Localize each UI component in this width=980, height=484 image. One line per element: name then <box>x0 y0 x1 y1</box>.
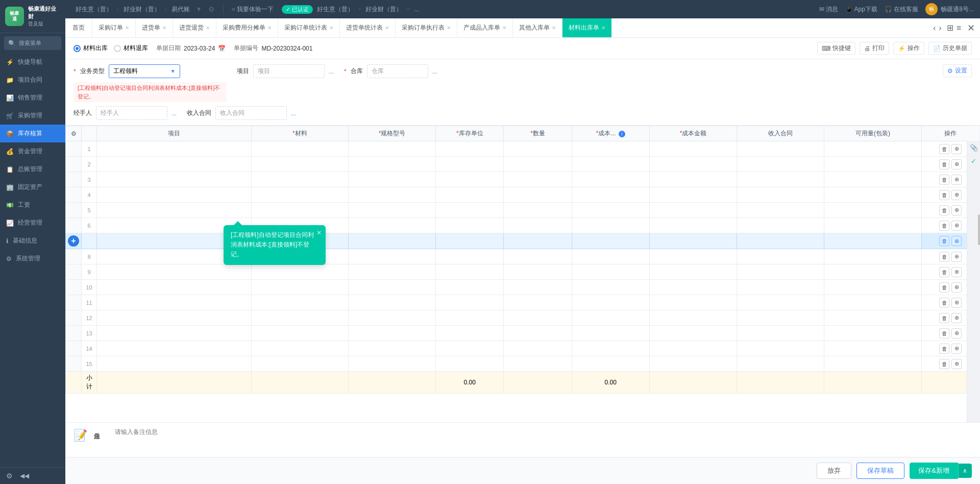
row-qty-1[interactable] <box>504 141 572 157</box>
warehouse-input[interactable]: 仓库 <box>367 64 428 78</box>
right-panel-check-icon[interactable]: ✓ <box>968 155 979 166</box>
sysbar-good2[interactable]: 好生意（普） <box>313 5 358 14</box>
discard-btn[interactable]: 放弃 <box>817 463 851 479</box>
settings-bottom-icon[interactable]: ⚙ <box>6 472 13 480</box>
sidebar-item-salary[interactable]: 💵 工资 <box>0 196 65 214</box>
user-profile[interactable]: 畅 畅疆通8号... <box>925 3 974 15</box>
row-cost-1[interactable] <box>572 141 649 157</box>
cost-info-icon[interactable]: i <box>619 131 625 137</box>
sysbar-more[interactable]: ... <box>410 6 423 13</box>
system-nav-agent[interactable]: 易代账 <box>167 5 194 14</box>
save-new-main-btn[interactable]: 保存&新增 <box>910 463 958 479</box>
nav-more-btn[interactable]: ▼ <box>194 6 204 13</box>
sidebar-search[interactable]: 🔍 搜索菜单 <box>4 36 61 50</box>
row-income-1[interactable] <box>737 141 824 157</box>
tab-goods-in[interactable]: 进货单 ✕ <box>136 18 173 38</box>
settings-btn[interactable]: ⚙ 设置 <box>943 64 972 77</box>
row-unit-1[interactable] <box>436 141 504 157</box>
notes-input[interactable] <box>115 428 972 451</box>
settings-nav-icon[interactable]: ⚙ <box>204 5 219 13</box>
save-draft-btn[interactable]: 保存草稿 <box>856 463 904 479</box>
sidebar-item-system[interactable]: ⚙ 系统管理 <box>0 250 65 268</box>
tab-close-material[interactable]: ✕ <box>601 25 605 31</box>
copy-row-4[interactable]: ⊕ <box>951 190 962 200</box>
service-btn[interactable]: 🎧 在线客服 <box>885 5 918 14</box>
tab-material-out[interactable]: 材料出库单 ✕ <box>562 18 611 38</box>
experience-btn[interactable]: ○ 我要体验一下 <box>228 5 278 14</box>
tab-close-return[interactable]: ✕ <box>206 25 210 31</box>
col-gear-header[interactable]: ⚙ <box>66 126 82 141</box>
calendar-icon[interactable]: 📅 <box>218 45 226 52</box>
tabs-close-all[interactable]: ✕ <box>967 22 975 34</box>
sidebar-item-base[interactable]: ℹ 基础信息 <box>0 232 65 250</box>
row-item-1[interactable] <box>97 141 252 157</box>
delete-row-2[interactable]: 🗑 <box>939 159 949 170</box>
sidebar-item-sales[interactable]: 📊 销售管理 <box>0 89 65 107</box>
warehouse-dots-btn[interactable]: ... <box>432 68 437 75</box>
system-nav-financial[interactable]: 好业财（普） <box>119 5 164 14</box>
delete-row-1[interactable]: 🗑 <box>939 144 949 154</box>
row-spec-1[interactable] <box>348 141 435 157</box>
sysbar-fin2[interactable]: 好业财（普） <box>361 5 406 14</box>
app-download-btn[interactable]: 📱 App下载 <box>845 5 877 14</box>
tab-home[interactable]: 首页 <box>65 18 92 38</box>
radio-material-out[interactable]: 材料出库 <box>74 44 108 53</box>
print-btn[interactable]: 🖨 打印 <box>860 42 889 55</box>
handler-dots-btn[interactable]: ... <box>172 110 177 117</box>
biz-type-select[interactable]: 工程领料 ▼ <box>109 64 180 78</box>
msg-btn[interactable]: ✉ 消息 <box>819 5 838 14</box>
tooltip-close-btn[interactable]: ✕ <box>316 228 322 238</box>
sidebar-item-purchase[interactable]: 🛒 采购管理 <box>0 107 65 125</box>
copy-row-1[interactable]: ⊕ <box>951 144 962 154</box>
tab-close-expense[interactable]: ✕ <box>267 25 272 31</box>
sidebar-item-finance[interactable]: 💰 资金管理 <box>0 142 65 160</box>
tab-purchase-stats[interactable]: 采购订单统计表 ✕ <box>278 18 340 38</box>
tab-close-finished[interactable]: ✕ <box>502 25 506 31</box>
tab-next-btn[interactable]: › <box>939 23 941 33</box>
delete-active-row[interactable]: 🗑 <box>939 236 949 246</box>
sidebar-item-inventory[interactable]: 📦 库存核算 <box>0 125 65 142</box>
row-material-1[interactable] <box>251 141 348 157</box>
delete-row-3[interactable]: 🗑 <box>939 175 949 185</box>
right-panel-attach-icon[interactable]: 📎 <box>968 142 979 153</box>
tab-close-goods-stats[interactable]: ✕ <box>385 25 389 31</box>
sidebar-item-ledger[interactable]: 📋 总账管理 <box>0 160 65 178</box>
tab-close-goods[interactable]: ✕ <box>162 25 166 31</box>
tab-prev-btn[interactable]: ‹ <box>933 23 936 33</box>
project-input[interactable]: 项目 <box>253 64 325 78</box>
sidebar-item-ops[interactable]: 📈 经营管理 <box>0 214 65 232</box>
tab-close-other[interactable]: ✕ <box>552 25 556 31</box>
sidebar-item-assets[interactable]: 🏢 固定资产 <box>0 178 65 196</box>
history-btn[interactable]: 📄 历史单据 <box>928 42 972 55</box>
tab-finished-goods[interactable]: 产成品入库单 ✕ <box>457 18 513 38</box>
radio-material-return[interactable]: 材料退库 <box>114 44 148 53</box>
sidebar-item-shortcuts[interactable]: ⚡ 快捷导航 <box>0 53 65 71</box>
tab-close-purchase[interactable]: ✕ <box>125 25 129 31</box>
tab-purchase-expense[interactable]: 采购费用分摊单 ✕ <box>216 18 278 38</box>
handler-input[interactable]: 经手人 <box>96 106 167 120</box>
income-contract-dots[interactable]: ... <box>291 110 296 117</box>
tab-goods-return[interactable]: 进货退货 ✕ <box>173 18 216 38</box>
tab-close-stats[interactable]: ✕ <box>329 25 333 31</box>
copy-active-row[interactable]: ⊕ <box>951 236 962 246</box>
tab-list-view[interactable]: ≡ <box>957 23 961 33</box>
add-row-item-input[interactable] <box>84 237 94 245</box>
tab-close-exec[interactable]: ✕ <box>447 25 451 31</box>
save-new-arrow-btn[interactable]: ∧ <box>958 464 972 478</box>
add-row-btn[interactable]: + <box>68 235 79 247</box>
tab-other-in[interactable]: 其他入库单 ✕ <box>513 18 562 38</box>
copy-row-3[interactable]: ⊕ <box>951 175 962 185</box>
row-cost-amt-1[interactable] <box>649 141 737 157</box>
tab-purchase-exec[interactable]: 采购订单执行表 ✕ <box>396 18 457 38</box>
project-dots-btn[interactable]: ... <box>329 68 334 75</box>
income-contract-input[interactable]: 收入合同 <box>215 106 287 120</box>
row-available-1[interactable] <box>824 141 921 157</box>
tab-purchase-order[interactable]: 采购订单 ✕ <box>92 18 136 38</box>
shortcut-btn[interactable]: ⌨ 快捷键 <box>817 42 855 55</box>
system-nav-good[interactable]: 好生意（普） <box>71 5 116 14</box>
action-btn[interactable]: ⚡ 操作 <box>893 42 924 55</box>
tab-goods-stats[interactable]: 进货单统计表 ✕ <box>340 18 396 38</box>
tab-grid-view[interactable]: ⊞ <box>947 23 953 33</box>
collapse-icon[interactable]: ◀◀ <box>20 472 29 479</box>
copy-row-2[interactable]: ⊕ <box>951 159 962 170</box>
